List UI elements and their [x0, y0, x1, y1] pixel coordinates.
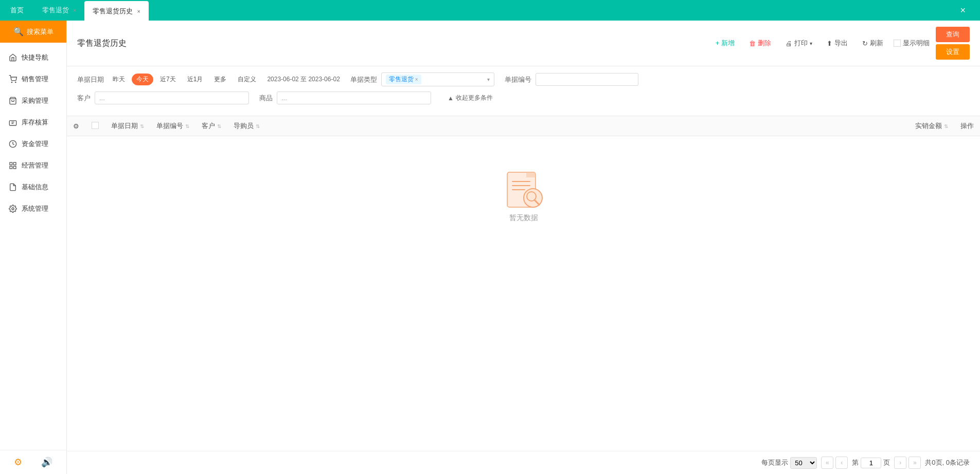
type-tag-close[interactable]: × — [415, 77, 418, 82]
refresh-button[interactable]: ↻ 刷新 — [858, 37, 887, 50]
customer-filter-input[interactable]: ... — [95, 92, 249, 104]
select-all-checkbox[interactable] — [92, 122, 99, 129]
type-tag-text: 零售退货 — [389, 75, 414, 84]
col-guide: 导购员 ⇅ — [227, 116, 266, 136]
page-size-label: 每页显示 — [761, 458, 788, 467]
tab-retail-return[interactable]: 零售退货 × — [34, 0, 84, 21]
main-layout: 🔍 搜索菜单 快捷导航 销售管理 采购管理 — [0, 21, 980, 474]
export-button[interactable]: ⬆ 导出 — [823, 37, 852, 50]
type-filter-label: 单据类型 — [350, 75, 377, 84]
col-number-sort-icon[interactable]: ⇅ — [185, 123, 189, 129]
svg-rect-7 — [13, 166, 16, 169]
date-btn-7days[interactable]: 近7天 — [155, 74, 181, 85]
date-btn-custom[interactable]: 自定义 — [233, 74, 261, 85]
query-button[interactable]: 查询 — [936, 27, 970, 42]
show-detail-checkbox[interactable] — [894, 40, 901, 47]
customer-placeholder: ... — [99, 94, 105, 102]
col-number-label: 单据编号 — [156, 121, 183, 131]
collapse-filter-btn[interactable]: ▲ 收起更多条件 — [441, 92, 499, 104]
table-container: ⚙ 单据日期 ⇅ — [67, 116, 980, 451]
refresh-button-label: 刷新 — [870, 39, 883, 48]
date-btn-today[interactable]: 今天 — [132, 74, 153, 85]
last-page-btn[interactable]: » — [908, 457, 921, 469]
sidebar-item-finance[interactable]: 资金管理 — [0, 133, 66, 155]
sidebar: 🔍 搜索菜单 快捷导航 销售管理 采购管理 — [0, 21, 67, 474]
date-btn-1month[interactable]: 近1月 — [183, 74, 208, 85]
volume-btn[interactable]: 🔊 — [41, 457, 52, 468]
svg-point-9 — [12, 208, 14, 210]
type-tag: 零售退货 × — [386, 75, 421, 84]
col-customer-sort-icon[interactable]: ⇅ — [217, 123, 221, 129]
date-quick-buttons: 昨天 今天 近7天 近1月 更多 自定义 — [108, 74, 261, 85]
col-spacer — [266, 116, 909, 136]
goods-placeholder: ... — [281, 94, 287, 102]
col-settings: ⚙ — [67, 116, 85, 136]
top-bar: 首页 零售退货 × 零售退货历史 × × — [0, 0, 980, 21]
tab-list: 首页 零售退货 × 零售退货历史 × — [0, 0, 954, 21]
date-btn-more[interactable]: 更多 — [209, 74, 231, 85]
sidebar-item-ops-mgmt[interactable]: 经营管理 — [0, 155, 66, 176]
pagination-bar: 每页显示 10 20 50 100 « ‹ 第 页 — [67, 451, 980, 474]
goods-filter-input[interactable]: ... — [277, 92, 431, 104]
sys-icon — [8, 204, 17, 213]
col-action: 操作 — [954, 116, 980, 136]
purchase-icon — [8, 96, 17, 105]
home-icon — [8, 53, 17, 62]
empty-text: 暂无数据 — [509, 213, 538, 223]
sidebar-item-quick-nav[interactable]: 快捷导航 — [0, 47, 66, 68]
sidebar-item-inventory[interactable]: 库存核算 — [0, 112, 66, 133]
sidebar-item-quick-nav-label: 快捷导航 — [22, 53, 48, 62]
top-bar-right: × — [954, 5, 980, 16]
goods-filter-label: 商品 — [259, 94, 273, 103]
sidebar-search-btn[interactable]: 🔍 搜索菜单 — [0, 21, 66, 43]
sales-icon — [8, 75, 17, 84]
page-title: 零售退货历史 — [77, 38, 127, 49]
new-button-label: + 新增 — [716, 39, 735, 48]
sidebar-item-basic-info[interactable]: 基础信息 — [0, 176, 66, 198]
type-filter-select[interactable]: 零售退货 × ▾ — [381, 72, 494, 86]
col-amount-sort-icon[interactable]: ⇅ — [944, 123, 948, 129]
tab-home[interactable]: 首页 — [0, 0, 34, 21]
page-size-select: 每页显示 10 20 50 100 — [761, 457, 817, 469]
sidebar-item-sales-mgmt[interactable]: 销售管理 — [0, 68, 66, 90]
table-area: ⚙ 单据日期 ⇅ — [67, 116, 980, 474]
date-filter-item: 单据日期 昨天 今天 近7天 近1月 更多 自定义 2023-06-02 至 2… — [77, 74, 340, 85]
filter-row-1: 单据日期 昨天 今天 近7天 近1月 更多 自定义 2023-06-02 至 2… — [77, 72, 970, 86]
page-number-input[interactable] — [861, 458, 881, 468]
sidebar-nav: 快捷导航 销售管理 采购管理 库存核算 — [0, 43, 66, 450]
show-detail-label: 显示明细 — [903, 39, 930, 48]
prev-page-btn[interactable]: ‹ — [835, 457, 848, 469]
window-close-btn[interactable]: × — [954, 5, 972, 16]
sidebar-item-sys-mgmt[interactable]: 系统管理 — [0, 198, 66, 220]
number-filter-input[interactable] — [536, 73, 638, 86]
settings-bottom-btn[interactable]: ⚙ — [14, 457, 22, 468]
col-date-sort-icon[interactable]: ⇅ — [140, 123, 144, 129]
refresh-icon: ↻ — [862, 40, 868, 47]
search-icon: 🔍 — [13, 27, 24, 37]
page-size-dropdown[interactable]: 10 20 50 100 — [790, 457, 817, 469]
tab-retail-return-label: 零售退货 — [42, 6, 69, 15]
print-button[interactable]: 🖨 打印 ▾ — [781, 37, 816, 50]
col-amount: 实销金额 ⇅ — [909, 116, 954, 136]
customer-filter-label: 客户 — [77, 94, 91, 103]
date-btn-yesterday[interactable]: 昨天 — [108, 74, 130, 85]
goods-filter-item: 商品 ... — [259, 92, 431, 104]
tab-retail-return-history[interactable]: 零售退货历史 × — [84, 1, 148, 22]
print-dropdown-icon: ▾ — [810, 41, 812, 46]
show-detail-toggle[interactable]: 显示明细 — [894, 39, 930, 48]
sidebar-item-purchase-mgmt[interactable]: 采购管理 — [0, 90, 66, 112]
col-guide-sort-icon[interactable]: ⇅ — [256, 123, 260, 129]
col-date-label: 单据日期 — [111, 121, 138, 131]
tab-retail-return-history-close[interactable]: × — [137, 8, 140, 14]
delete-button[interactable]: 🗑 删除 — [745, 37, 775, 50]
svg-point-1 — [15, 82, 16, 82]
tab-retail-return-close[interactable]: × — [73, 7, 76, 13]
column-settings-icon[interactable]: ⚙ — [73, 122, 79, 130]
new-button[interactable]: + 新增 — [711, 37, 739, 50]
first-page-btn[interactable]: « — [821, 457, 833, 469]
next-page-btn[interactable]: › — [894, 457, 906, 469]
content-area: 零售退货历史 + 新增 🗑 删除 🖨 打印 ▾ ⬆ 导出 — [67, 21, 980, 474]
goto-label: 第 — [852, 458, 859, 467]
sidebar-item-sales-label: 销售管理 — [22, 75, 48, 84]
setting-button[interactable]: 设置 — [936, 44, 970, 60]
